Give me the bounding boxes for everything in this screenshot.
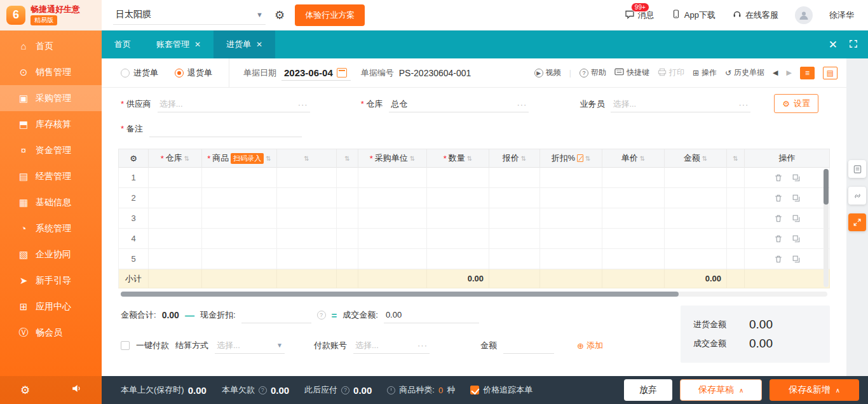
sidebar-item-base-info[interactable]: ▦基础信息 [0,189,102,215]
video-button[interactable]: ▶视频 [534,67,561,78]
col-quote[interactable]: 报价⇅ [489,149,540,168]
memo-rail-button[interactable] [848,160,866,178]
cell-quote[interactable] [489,229,540,249]
col-warehouse[interactable]: *仓库⇅ [149,149,202,168]
list-view-toggle[interactable]: ≡ [800,67,815,79]
cell-product[interactable] [202,168,277,188]
cell-quote[interactable] [489,249,540,269]
more-icon[interactable]: ··· [517,100,527,109]
cell-quantity[interactable] [427,208,489,229]
print-button[interactable]: 打印 [658,67,684,78]
settings-gear-icon[interactable]: ⚙ [20,384,30,397]
horizontal-scrollbar[interactable] [121,292,827,297]
radio-purchase-order[interactable]: 进货单 [121,67,158,79]
more-icon[interactable]: ··· [738,100,749,109]
cell-unit-price[interactable] [602,168,665,188]
column-settings-gear-icon[interactable]: ⚙ [118,149,149,168]
copy-row-icon[interactable] [792,173,801,182]
vertical-scrollbar-thumb[interactable] [824,169,829,205]
save-draft-button[interactable]: 保存草稿∧ [680,379,762,401]
deal-amount-input[interactable]: 0.00 [384,307,479,323]
account-settings-gear-icon[interactable]: ⚙ [275,8,285,22]
cell-warehouse[interactable] [149,229,202,249]
cell-blank[interactable] [727,229,745,249]
cell-product[interactable] [202,229,277,249]
salesman-input[interactable]: 选择... ··· [611,97,750,112]
sort-icon[interactable]: ⇅ [410,155,415,162]
col-unit-price[interactable]: 单价⇅ [602,149,665,168]
cell-quantity[interactable] [427,229,489,249]
cash-discount-input[interactable] [241,307,311,323]
cell-unit-price[interactable] [602,229,665,249]
cell-blank[interactable] [337,249,358,269]
help-button[interactable]: ?帮助 [580,67,606,78]
col-product[interactable]: *商品扫码录入⇅ [202,149,277,168]
cell-amount[interactable] [665,249,727,269]
username[interactable]: 徐泽华 [829,10,854,21]
expand-rail-button[interactable] [848,213,866,231]
col-purchase-unit[interactable]: *采购单位⇅ [358,149,427,168]
radio-return-order[interactable]: 退货单 [175,67,212,79]
sidebar-item-purchase[interactable]: ▣采购管理 [0,85,102,111]
price-track-checkbox[interactable] [470,386,479,394]
col-blank-2[interactable]: ⇅ [337,149,358,168]
copy-row-icon[interactable] [792,194,801,203]
messages-button[interactable]: 99+ 消息 [625,9,654,21]
cell-blank[interactable] [337,188,358,208]
col-blank-1[interactable]: ⇅ [277,149,337,168]
cell-amount[interactable] [665,188,727,208]
history-button[interactable]: ↺历史单据 [725,67,764,78]
account-set-select[interactable]: 日太阳膜 ▼ [113,5,266,25]
cell-product[interactable] [202,208,277,229]
cell-purchase-unit[interactable] [358,188,427,208]
info-circle-icon[interactable]: ? [259,386,267,394]
cell-blank[interactable] [277,249,337,269]
cell-unit-price[interactable] [602,249,665,269]
tab-account-mgmt[interactable]: 账套管理✕ [144,30,214,58]
sort-icon[interactable]: ⇅ [266,155,271,162]
sidebar-item-system[interactable]: ◔系统管理 [0,215,102,241]
sort-icon[interactable]: ⇅ [702,155,707,162]
prev-arrow-icon[interactable]: ◀ [773,69,778,77]
horizontal-scrollbar-thumb[interactable] [121,292,679,297]
cell-discount[interactable] [540,188,602,208]
close-icon[interactable]: ✕ [256,40,262,49]
cell-purchase-unit[interactable] [358,208,427,229]
cell-warehouse[interactable] [149,188,202,208]
cell-warehouse[interactable] [149,168,202,188]
cell-discount[interactable] [540,168,602,188]
sort-icon[interactable]: ⇅ [585,155,590,162]
sidebar-item-inventory[interactable]: ⬒库存核算 [0,111,102,137]
sidebar-item-guide[interactable]: ➤新手引导 [0,267,102,293]
col-blank-3[interactable]: ⇅ [727,149,745,168]
supplier-input[interactable]: 选择... ··· [158,97,310,112]
user-avatar[interactable] [795,6,813,24]
col-discount[interactable]: 折扣%⇅ [540,149,602,168]
calendar-icon[interactable] [337,68,347,77]
copy-row-icon[interactable] [792,234,801,243]
cell-blank[interactable] [727,188,745,208]
cell-unit-price[interactable] [602,188,665,208]
cell-discount[interactable] [540,229,602,249]
sidebar-item-app-center[interactable]: ⊞应用中心 [0,293,102,320]
cell-quantity[interactable] [427,188,489,208]
cell-discount[interactable] [540,208,602,229]
grid-view-toggle[interactable]: ▤ [823,67,837,79]
tab-home[interactable]: 首页 [102,30,144,58]
one-click-pay-checkbox[interactable] [121,341,130,350]
sidebar-item-sales[interactable]: ⊙销售管理 [0,59,102,85]
sidebar-item-operations[interactable]: ▤经营管理 [0,163,102,189]
tab-purchase-order[interactable]: 进货单✕ [214,30,275,58]
cell-quote[interactable] [489,188,540,208]
sort-icon[interactable]: ⇅ [344,155,349,162]
add-payment-button[interactable]: ⊕添加 [577,340,603,351]
speaker-icon[interactable] [71,383,81,397]
cell-blank[interactable] [277,229,337,249]
delete-row-icon[interactable] [774,214,783,223]
cell-quote[interactable] [489,168,540,188]
app-download-button[interactable]: App下载 [671,9,715,21]
cell-purchase-unit[interactable] [358,168,427,188]
cell-blank[interactable] [727,208,745,229]
warehouse-input[interactable]: 总仓 ··· [389,97,529,112]
cell-purchase-unit[interactable] [358,249,427,269]
